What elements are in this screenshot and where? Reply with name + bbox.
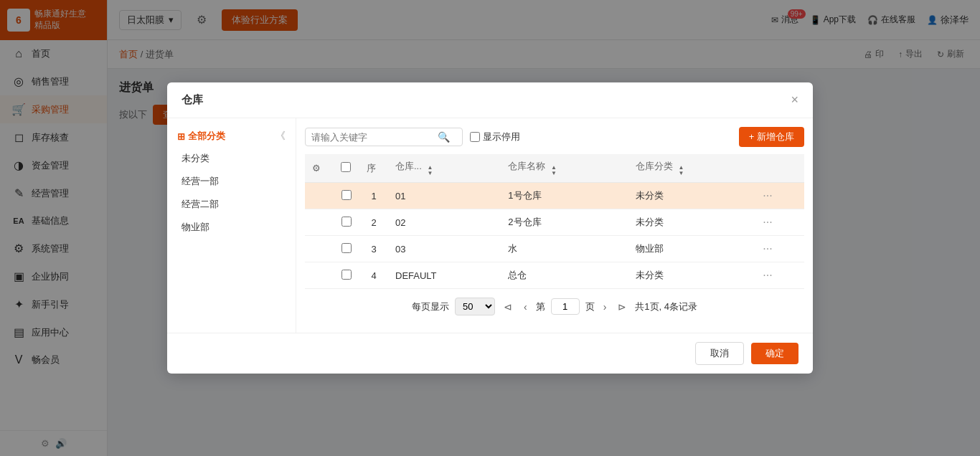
th-checkbox (334, 154, 359, 183)
row-category: 未分类 (628, 209, 756, 236)
table-row[interactable]: 3 03 水 物业部 ··· (305, 236, 804, 262)
row-gear (305, 262, 334, 289)
table-header: ⚙ 序 仓库... ▲▼ (305, 154, 804, 183)
row-num: 4 (359, 262, 388, 289)
per-page-select[interactable]: 50 100 (455, 298, 495, 315)
row-checkbox[interactable] (334, 262, 359, 289)
row-code: 03 (388, 236, 501, 262)
row-category: 物业部 (628, 236, 756, 262)
modal-body: ⊞ 全部分类 《 未分类 经营一部 经营二部 物业部 🔍 (167, 118, 813, 333)
modal-title: 仓库 (182, 93, 203, 107)
modal-close-button[interactable]: × (791, 92, 798, 108)
select-all-checkbox[interactable] (341, 162, 351, 172)
table-row[interactable]: 2 02 2号仓库 未分类 ··· (305, 209, 804, 236)
search-box[interactable]: 🔍 (305, 128, 463, 146)
row-code: 02 (388, 209, 501, 236)
category-item-ops2[interactable]: 经营二部 (167, 193, 296, 216)
sort-category-icon: ▲▼ (678, 165, 684, 176)
th-code[interactable]: 仓库... ▲▼ (388, 154, 501, 183)
more-icon[interactable]: ··· (763, 189, 772, 201)
more-icon[interactable]: ··· (763, 216, 772, 228)
modal-overlay: 仓库 × ⊞ 全部分类 《 未分类 经营一部 经营二部 物业部 (0, 0, 980, 456)
row-code: 01 (388, 183, 501, 209)
category-collapse-button[interactable]: 《 (275, 130, 286, 143)
per-page-label: 每页显示 (412, 300, 449, 313)
page-di-label: 第 (536, 300, 545, 313)
row-select-checkbox[interactable] (341, 217, 352, 227)
row-gear (305, 209, 334, 236)
row-name: 2号仓库 (501, 209, 628, 236)
grid-icon: ⊞ (177, 131, 185, 142)
show-disabled-checkbox[interactable] (470, 132, 480, 142)
page-input[interactable] (551, 298, 580, 315)
row-name: 1号仓库 (501, 183, 628, 209)
row-num: 1 (359, 183, 388, 209)
page-last-button[interactable]: ⊳ (615, 300, 629, 314)
row-actions[interactable]: ··· (755, 209, 804, 236)
table-container: ⚙ 序 仓库... ▲▼ (305, 154, 804, 289)
th-name[interactable]: 仓库名称 ▲▼ (501, 154, 628, 183)
table-row[interactable]: 4 DEFAULT 总仓 未分类 ··· (305, 262, 804, 289)
total-info: 共1页, 4条记录 (635, 300, 697, 313)
table-body: 1 01 1号仓库 未分类 ··· 2 02 2号仓库 未分类 ··· 3 03… (305, 183, 804, 289)
row-select-checkbox[interactable] (341, 270, 352, 280)
modal-header: 仓库 × (167, 82, 813, 118)
page-label: 页 (585, 300, 595, 313)
row-checkbox[interactable] (334, 209, 359, 236)
category-item-property[interactable]: 物业部 (167, 216, 296, 239)
add-warehouse-button[interactable]: + 新增仓库 (739, 127, 804, 147)
category-item-unclassified[interactable]: 未分类 (167, 147, 296, 170)
page-first-button[interactable]: ⊲ (501, 300, 515, 314)
row-select-checkbox[interactable] (341, 190, 352, 200)
row-name: 总仓 (501, 262, 628, 289)
row-gear (305, 183, 334, 209)
modal-main: 🔍 显示停用 + 新增仓库 ⚙ (296, 118, 813, 333)
row-select-checkbox[interactable] (341, 243, 352, 253)
category-header: ⊞ 全部分类 《 (167, 125, 296, 147)
category-all-label[interactable]: ⊞ 全部分类 (177, 130, 225, 143)
row-checkbox[interactable] (334, 183, 359, 209)
confirm-button[interactable]: 确定 (751, 343, 798, 364)
page-prev-button[interactable]: ‹ (521, 300, 530, 314)
warehouse-table: ⚙ 序 仓库... ▲▼ (305, 154, 804, 289)
th-num: 序 (359, 154, 388, 183)
show-disabled-label[interactable]: 显示停用 (470, 130, 520, 143)
more-icon[interactable]: ··· (763, 269, 772, 281)
row-category: 未分类 (628, 262, 756, 289)
row-code: DEFAULT (388, 262, 501, 289)
row-category: 未分类 (628, 183, 756, 209)
search-icon: 🔍 (438, 131, 450, 143)
category-sidebar: ⊞ 全部分类 《 未分类 经营一部 经营二部 物业部 (167, 118, 296, 333)
th-settings[interactable]: ⚙ (305, 154, 334, 183)
page-next-button[interactable]: › (600, 300, 610, 314)
warehouse-modal: 仓库 × ⊞ 全部分类 《 未分类 经营一部 经营二部 物业部 (167, 82, 813, 374)
row-checkbox[interactable] (334, 236, 359, 262)
row-num: 2 (359, 209, 388, 236)
modal-toolbar: 🔍 显示停用 + 新增仓库 (305, 127, 804, 147)
row-actions[interactable]: ··· (755, 236, 804, 262)
row-gear (305, 236, 334, 262)
sort-code-icon: ▲▼ (427, 165, 433, 176)
sort-name-icon: ▲▼ (551, 165, 557, 176)
th-category[interactable]: 仓库分类 ▲▼ (628, 154, 756, 183)
th-actions (755, 154, 804, 183)
cancel-button[interactable]: 取消 (695, 342, 744, 365)
modal-footer: 取消 确定 (167, 333, 813, 374)
row-actions[interactable]: ··· (755, 262, 804, 289)
more-icon[interactable]: ··· (763, 242, 772, 255)
row-actions[interactable]: ··· (755, 183, 804, 209)
pagination: 每页显示 50 100 ⊲ ‹ 第 页 › ⊳ 共1页, 4条记录 (305, 289, 804, 324)
row-num: 3 (359, 236, 388, 262)
row-name: 水 (501, 236, 628, 262)
table-row[interactable]: 1 01 1号仓库 未分类 ··· (305, 183, 804, 209)
search-input[interactable] (311, 132, 433, 143)
category-item-ops1[interactable]: 经营一部 (167, 170, 296, 193)
